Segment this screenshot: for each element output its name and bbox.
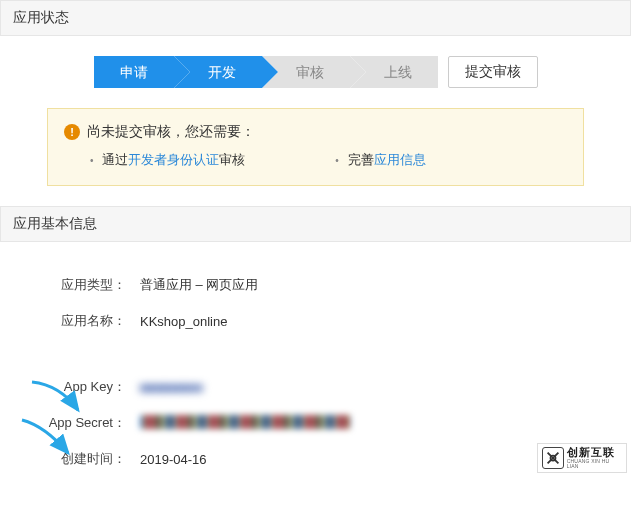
watermark-en: CHUANG XIN HU LIAN (567, 459, 622, 470)
notice-title-row: ! 尚未提交审核，您还需要： (64, 123, 567, 141)
status-section-header: 应用状态 (0, 0, 631, 36)
notice-title-text: 尚未提交审核，您还需要： (87, 123, 255, 141)
notice-box: ! 尚未提交审核，您还需要： 通过开发者身份认证审核 完善应用信息 (47, 108, 584, 186)
label-created: 创建时间： (0, 450, 140, 468)
status-section-title: 应用状态 (13, 9, 69, 25)
notice-items: 通过开发者身份认证审核 完善应用信息 (64, 151, 567, 169)
watermark-logo-icon (542, 447, 564, 469)
notice-item-auth: 通过开发者身份认证审核 (90, 151, 245, 169)
watermark-text: 创新互联 CHUANG XIN HU LIAN (567, 447, 622, 469)
status-content: 申请 开发 审核 上线 提交审核 ! 尚未提交审核，您还需要： 通过开发者身份认… (0, 36, 631, 206)
app-info-link[interactable]: 应用信息 (374, 152, 426, 167)
steps-row: 申请 开发 审核 上线 提交审核 (12, 56, 619, 88)
step-apply[interactable]: 申请 (94, 56, 174, 88)
dev-auth-link[interactable]: 开发者身份认证 (128, 152, 219, 167)
info-section-header: 应用基本信息 (0, 206, 631, 242)
value-app-name: KKshop_online (140, 314, 227, 329)
watermark-badge: 创新互联 CHUANG XIN HU LIAN (537, 443, 627, 473)
row-app-type: 应用类型： 普通应用 – 网页应用 (0, 267, 631, 303)
value-app-secret (140, 415, 350, 432)
label-app-name: 应用名称： (0, 312, 140, 330)
label-app-secret: App Secret： (0, 414, 140, 432)
label-app-type: 应用类型： (0, 276, 140, 294)
value-created: 2019-04-16 (140, 452, 207, 467)
value-app-type: 普通应用 – 网页应用 (140, 276, 258, 294)
info-section-title: 应用基本信息 (13, 215, 97, 231)
row-app-name: 应用名称： KKshop_online (0, 303, 631, 339)
notice-item-info: 完善应用信息 (335, 151, 425, 169)
value-app-key: ■■■■■■■■ (140, 380, 203, 395)
row-app-secret: App Secret： (0, 405, 631, 441)
watermark-cn: 创新互联 (567, 447, 622, 459)
label-app-key: App Key： (0, 378, 140, 396)
submit-review-button[interactable]: 提交审核 (448, 56, 538, 88)
progress-steps: 申请 开发 审核 上线 (94, 56, 438, 88)
warning-icon: ! (64, 124, 80, 140)
row-app-key: App Key： ■■■■■■■■ (0, 369, 631, 405)
